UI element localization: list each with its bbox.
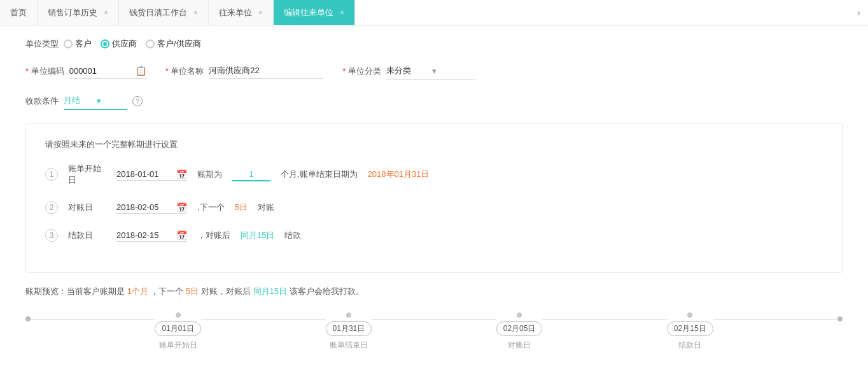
radio-supplier[interactable]: 供应商 <box>101 38 137 50</box>
tab-edit-partner-close[interactable]: × <box>340 8 344 17</box>
radio-both-label: 客户/供应商 <box>157 38 201 50</box>
period-desc-2-prefix: ,下一个 <box>197 202 225 213</box>
tab-home-label: 首页 <box>10 7 27 18</box>
period-row-1: 1 账单开始日 📅 账期为 个月,账单结束日期为 2018年01月31日 <box>45 163 823 186</box>
period-desc-2-suffix: 对账 <box>258 202 274 213</box>
period-end-date: 2018年01月31日 <box>368 169 430 180</box>
timeline-line-2 <box>201 320 325 320</box>
unit-type-field: 单位类型 客户 供应商 客户/供应商 <box>25 38 201 50</box>
timeline-end-dot <box>837 316 843 321</box>
period-label-2: 对账日 <box>68 202 106 213</box>
unit-code-icon[interactable]: 📋 <box>136 66 146 76</box>
period-box: 请按照未来的一个完整帐期进行设置 1 账单开始日 📅 账期为 个月,账单结束日期… <box>25 123 843 273</box>
period-desc-1-suffix: 个月,账单结束日期为 <box>281 169 358 180</box>
unit-code-input[interactable] <box>69 64 133 78</box>
period-desc-3-prefix: ，对账后 <box>197 230 230 241</box>
timeline-line-3 <box>372 320 496 320</box>
preview-part1: 1个月 <box>127 286 148 296</box>
tab-edit-partner[interactable]: 编辑往来单位 × <box>274 0 355 25</box>
timeline-dot-4 <box>687 313 692 318</box>
period-row-3: 3 结款日 📅 ，对账后 同月15日 结款 <box>45 229 823 242</box>
unit-type-radio-group: 客户 供应商 客户/供应商 <box>64 38 201 50</box>
period-date-1-cal[interactable]: 📅 <box>176 169 187 179</box>
unit-code-field: 单位编码 📋 <box>25 64 146 79</box>
payment-terms-help[interactable]: ? <box>132 96 143 106</box>
preview-part3: 同月15日 <box>253 286 287 296</box>
timeline-dot-2 <box>346 313 351 318</box>
period-date-3-cal[interactable]: 📅 <box>176 230 187 241</box>
unit-name-field: 单位名称 <box>165 64 324 79</box>
preview-prefix: 账期预览：当前客户账期是 <box>25 286 125 296</box>
preview-part2: 5日 <box>186 286 199 296</box>
radio-customer-label: 客户 <box>75 38 92 50</box>
preview-mid1: ，下一个 <box>150 286 183 296</box>
timeline-dot-3 <box>517 313 522 318</box>
unit-name-input[interactable] <box>209 64 323 79</box>
radio-supplier-label: 供应商 <box>112 38 137 50</box>
timeline-line-4 <box>542 320 666 320</box>
period-num-1: 1 <box>45 168 58 181</box>
unit-category-chevron: ▾ <box>432 66 475 76</box>
period-desc-3-highlight: 同月15日 <box>241 230 274 241</box>
preview-suffix: 该客户会给我打款。 <box>290 286 364 296</box>
tab-sales-history-label: 销售订单历史 <box>48 7 97 18</box>
timeline-node-3: 02月05日 对账日 <box>496 313 543 351</box>
period-date-2-input[interactable] <box>116 201 174 213</box>
timeline-line-1 <box>31 320 155 320</box>
unit-category-dropdown[interactable]: 未分类 ▾ <box>386 62 475 80</box>
period-num-3: 3 <box>45 229 58 242</box>
unit-code-input-wrapper: 📋 <box>69 64 146 79</box>
timeline-badge-4: 02月15日 <box>667 321 713 336</box>
tab-cash-work-label: 钱货日清工作台 <box>129 7 187 18</box>
tab-expand-button[interactable]: › <box>850 0 868 25</box>
period-label-1: 账单开始日 <box>68 163 106 186</box>
timeline-node-4: 02月15日 结款日 <box>667 313 713 351</box>
unit-category-field: 单位分类 未分类 ▾ <box>342 62 475 80</box>
period-date-2-cal[interactable]: 📅 <box>176 202 187 213</box>
timeline-start-dot <box>25 316 31 321</box>
timeline-node-1: 01月01日 账单开始日 <box>155 313 201 351</box>
unit-name-label: 单位名称 <box>165 66 204 77</box>
payment-terms-field: 收款条件 月结 ▾ ? <box>25 92 143 110</box>
preview-section: 账期预览：当前客户账期是 1个月 ，下一个 5日 对账，对账后 同月15日 该客… <box>25 286 843 297</box>
unit-info-row: 单位编码 📋 单位名称 单位分类 未分类 ▾ <box>25 62 843 80</box>
tab-sales-history[interactable]: 销售订单历史 × <box>38 0 119 25</box>
timeline-label-2: 账单结束日 <box>330 340 368 351</box>
payment-terms-row: 收款条件 月结 ▾ ? <box>25 92 843 110</box>
tab-partner-close[interactable]: × <box>258 8 263 17</box>
period-date-2: 📅 <box>116 201 187 214</box>
radio-both[interactable]: 客户/供应商 <box>146 38 201 50</box>
tab-sales-history-close[interactable]: × <box>104 8 108 17</box>
unit-category-label: 单位分类 <box>342 66 381 77</box>
period-date-1-input[interactable] <box>116 168 174 180</box>
tab-cash-work-close[interactable]: × <box>193 8 198 17</box>
preview-mid2: 对账，对账后 <box>201 286 251 296</box>
timeline-dot-1 <box>176 313 181 318</box>
payment-terms-dropdown[interactable]: 月结 ▾ <box>64 92 127 110</box>
tab-bar: 首页 销售订单历史 × 钱货日清工作台 × 往来单位 × 编辑往来单位 × › <box>0 0 868 25</box>
timeline-badge-3: 02月05日 <box>496 321 543 336</box>
timeline-label-3: 对账日 <box>508 340 531 351</box>
tab-partner-label: 往来单位 <box>219 7 252 18</box>
timeline-label-1: 账单开始日 <box>159 340 197 351</box>
timeline-node-2: 01月31日 账单结束日 <box>326 313 372 351</box>
timeline-badge-1: 01月01日 <box>155 321 201 336</box>
payment-terms-chevron: ▾ <box>97 96 127 106</box>
period-num-2: 2 <box>45 201 58 214</box>
radio-both-circle <box>146 39 155 48</box>
period-date-3-input[interactable] <box>116 229 174 241</box>
radio-customer-circle <box>64 39 73 48</box>
period-months-input[interactable] <box>232 168 270 181</box>
unit-type-label: 单位类型 <box>25 38 59 50</box>
period-row-2: 2 对账日 📅 ,下一个 5日 对账 <box>45 201 823 214</box>
timeline-line-5 <box>713 320 837 320</box>
radio-customer[interactable]: 客户 <box>64 38 92 50</box>
tab-cash-work[interactable]: 钱货日清工作台 × <box>119 0 209 25</box>
period-date-3: 📅 <box>116 229 187 242</box>
period-label-3: 结款日 <box>68 230 106 241</box>
payment-terms-value: 月结 <box>64 95 94 106</box>
tab-home[interactable]: 首页 <box>0 0 38 25</box>
period-date-1: 📅 <box>116 168 187 181</box>
tab-partner[interactable]: 往来单位 × <box>209 0 274 25</box>
payment-terms-label: 收款条件 <box>25 95 59 107</box>
